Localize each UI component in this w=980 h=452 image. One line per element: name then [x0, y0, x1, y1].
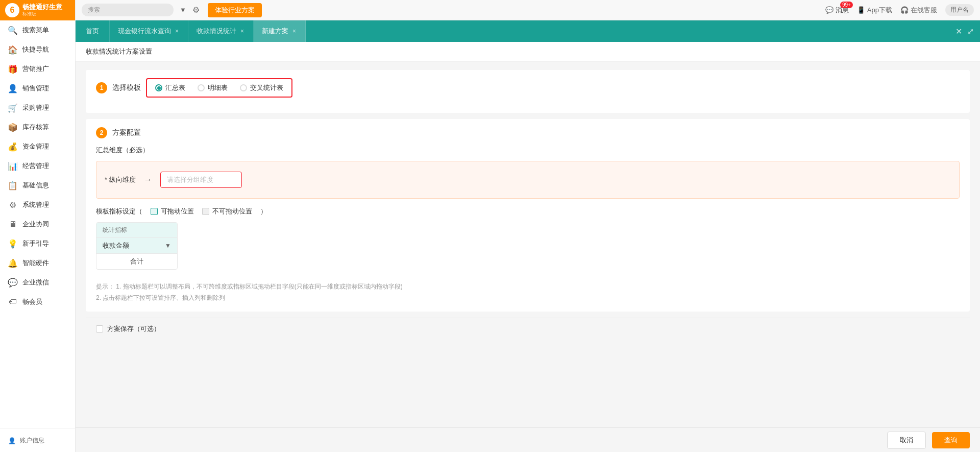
query-button[interactable]: 查询 [932, 432, 970, 448]
sidebar-logo: 6 畅捷通好生意 标准版 [0, 0, 75, 20]
tab-payment-stat[interactable]: 收款情况统计 × [188, 20, 254, 42]
dimension-label: 汇总维度（必选） [96, 146, 960, 155]
sidebar-item-guide[interactable]: 💡 新手引导 [0, 234, 75, 253]
download-item[interactable]: 📱 App下载 [857, 6, 892, 15]
sidebar-item-label: 销售管理 [22, 84, 49, 93]
gift-icon: 🎁 [8, 64, 17, 74]
sidebar-footer: 👤 账户信息 [0, 429, 75, 452]
tip1: 1. 拖动标题栏可以调整布局，不可跨维度或指标区域拖动栏目字段(只能在同一维度或… [116, 283, 402, 290]
indicator-close: ） [260, 207, 267, 216]
sidebar-item-marketing[interactable]: 🎁 营销推广 [0, 59, 75, 79]
bell-icon: 🔔 [8, 258, 17, 268]
step2-title: 方案配置 [112, 128, 141, 137]
tab-new-plan[interactable]: 新建方案 × [254, 20, 306, 42]
sidebar-item-member[interactable]: 🏷 畅会员 [0, 292, 75, 312]
sidebar-item-purchase[interactable]: 🛒 采购管理 [0, 98, 75, 117]
sidebar-item-label: 企业协同 [22, 220, 49, 229]
step2-section: 2 方案配置 汇总维度（必选） * 纵向维度 → 请选择分组维度 模板指标设定（ [86, 119, 970, 312]
tab-new-close-icon[interactable]: × [291, 27, 297, 36]
message-icon: 💬 [825, 6, 834, 14]
topbar-arrow-icon[interactable]: ▼ [180, 6, 186, 14]
legend-draggable-box [151, 208, 158, 215]
dimension-select[interactable]: 请选择分组维度 [160, 172, 242, 188]
tab-payment-label: 收款情况统计 [197, 27, 236, 36]
service-label: 在线客服 [911, 6, 937, 15]
content-area: 1 选择模板 汇总表 明细表 交叉统计表 [76, 62, 980, 427]
legend-fixed: 不可拖动位置 [202, 207, 252, 216]
radio-detail-circle [198, 84, 205, 91]
legend-draggable: 可拖动位置 [151, 207, 194, 216]
step2-num: 2 [96, 127, 107, 138]
sidebar-footer-item[interactable]: 👤 账户信息 [0, 432, 75, 449]
sidebar-item-inventory[interactable]: 📦 库存核算 [0, 117, 75, 137]
tab-close-all-icon[interactable]: ✕ [955, 27, 962, 36]
tab-bank-close-icon[interactable]: × [174, 27, 180, 36]
sidebar-item-label: 系统管理 [22, 200, 49, 209]
tab-home[interactable]: 首页 [76, 20, 110, 42]
sidebar-item-nav[interactable]: 🏠 快捷导航 [0, 40, 75, 59]
logo-icon: 6 [5, 3, 19, 17]
save-checkbox[interactable] [96, 325, 103, 332]
tab-maximize-icon[interactable]: ⤢ [967, 27, 974, 36]
radio-summary[interactable]: 汇总表 [155, 83, 185, 92]
page-content: 收款情况统计方案设置 1 选择模板 汇总表 明细表 [76, 42, 980, 452]
sidebar-item-finance[interactable]: 💰 资金管理 [0, 137, 75, 156]
sidebar: 6 畅捷通好生意 标准版 🔍 搜索菜单 🏠 快捷导航 🎁 营销推广 👤 销售管理… [0, 0, 76, 452]
sidebar-item-search[interactable]: 🔍 搜索菜单 [0, 20, 75, 40]
tab-bank-flow[interactable]: 现金银行流水查询 × [110, 20, 188, 42]
download-label: App下载 [867, 6, 892, 15]
user-area[interactable]: 用户名 [945, 4, 974, 16]
topbar-search: 搜索 [82, 4, 174, 16]
tab-payment-close-icon[interactable]: × [239, 27, 245, 36]
topbar-gear-icon[interactable]: ⚙ [192, 5, 200, 15]
legend-fixed-label: 不可拖动位置 [212, 207, 252, 216]
settings-icon: ⚙ [8, 200, 17, 209]
stat-chevron-icon: ▼ [165, 242, 171, 249]
stat-table-cell[interactable]: 收款金额 ▼ [96, 238, 177, 254]
stat-table: 统计指标 收款金额 ▼ 合计 [96, 222, 178, 270]
sidebar-item-label: 库存核算 [22, 123, 49, 132]
radio-detail[interactable]: 明细表 [198, 83, 228, 92]
stat-table-row: 合计 [96, 254, 177, 269]
chat-icon: 💬 [8, 278, 17, 287]
sidebar-item-label: 搜索菜单 [22, 26, 49, 35]
chart-icon: 📊 [8, 161, 17, 171]
indicator-settings: 模板指标设定（ 可拖动位置 不可拖动位置 ） 统计指标 [96, 207, 960, 271]
sidebar-item-label: 企业微信 [22, 278, 49, 287]
user-icon: 👤 [8, 84, 17, 93]
radio-cross[interactable]: 交叉统计表 [240, 83, 283, 92]
industry-btn[interactable]: 体验行业方案 [208, 3, 262, 17]
dimension-row: * 纵向维度 → 请选择分组维度 [105, 172, 951, 188]
topbar-right: 💬 消息 99+ 📱 App下载 🎧 在线客服 用户名 [825, 4, 974, 16]
sidebar-item-label: 基础信息 [22, 181, 49, 190]
indicator-header: 模板指标设定（ 可拖动位置 不可拖动位置 ） [96, 207, 960, 216]
sidebar-item-basic[interactable]: 📋 基础信息 [0, 176, 75, 195]
sidebar-item-sales[interactable]: 👤 销售管理 [0, 79, 75, 98]
sidebar-item-enterprise[interactable]: 🖥 企业协同 [0, 215, 75, 234]
legend-draggable-label: 可拖动位置 [161, 207, 194, 216]
radio-summary-label: 汇总表 [165, 83, 185, 92]
step1-header: 1 选择模板 汇总表 明细表 交叉统计表 [96, 78, 960, 98]
tips-row2: 2. 点击标题栏下拉可设置排序、插入列和删除列 [96, 293, 960, 304]
page-header: 收款情况统计方案设置 [76, 42, 980, 62]
tab-new-label: 新建方案 [262, 27, 288, 36]
stat-table-header: 统计指标 [96, 223, 177, 238]
cancel-button[interactable]: 取消 [887, 432, 926, 449]
sidebar-item-hardware[interactable]: 🔔 智能硬件 [0, 253, 75, 273]
tips-label: 提示： [96, 283, 114, 290]
money-icon: 💰 [8, 142, 17, 151]
tag-icon: 🏷 [8, 297, 17, 306]
logo-text: 畅捷通好生意 [22, 3, 62, 11]
sidebar-item-system[interactable]: ⚙ 系统管理 [0, 195, 75, 215]
box-icon: 📦 [8, 123, 17, 132]
service-item[interactable]: 🎧 在线客服 [900, 6, 937, 15]
sidebar-item-wechat[interactable]: 💬 企业微信 [0, 273, 75, 292]
sidebar-item-label: 经营管理 [22, 161, 49, 171]
radio-cross-circle [240, 84, 247, 91]
radio-cross-label: 交叉统计表 [250, 83, 283, 92]
tabbar: 首页 现金银行流水查询 × 收款情况统计 × 新建方案 × ✕ ⤢ [76, 20, 980, 42]
notification-item[interactable]: 💬 消息 99+ [825, 6, 849, 15]
sidebar-item-label: 资金管理 [22, 142, 49, 151]
step2-header: 2 方案配置 [96, 127, 960, 138]
sidebar-item-operation[interactable]: 📊 经营管理 [0, 156, 75, 176]
